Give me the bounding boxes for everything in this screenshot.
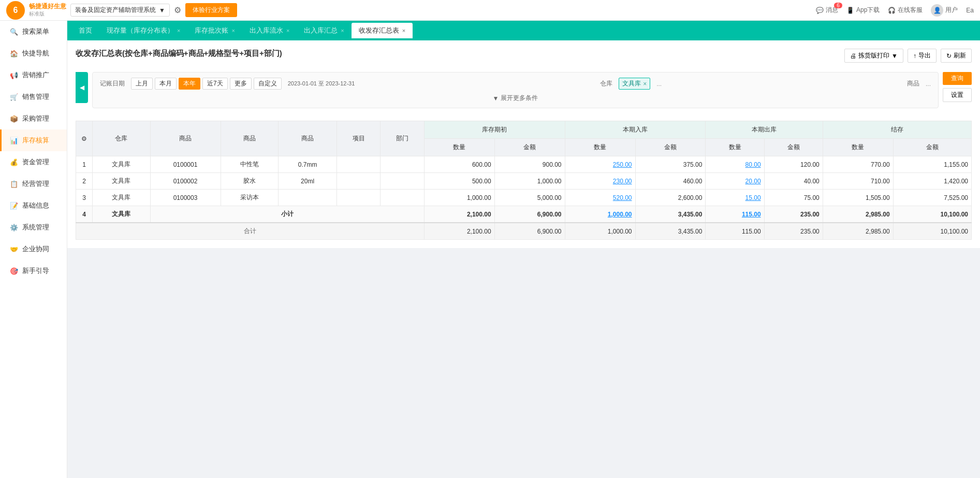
export-button[interactable]: ↑ 导出 [908,49,937,63]
row-out-qty[interactable]: 15.00 [706,190,764,206]
row-out-qty[interactable]: 20.00 [706,173,764,190]
row-in-qty[interactable]: 230.00 [565,173,635,190]
date-btn-this-year[interactable]: 本年 [179,78,200,90]
experience-button[interactable]: 体验行业方案 [185,3,237,17]
tab-batch-accounts[interactable]: 库存批次账 × [187,23,242,38]
app-download-item[interactable]: 📱 App下载 [846,6,880,15]
sidebar-item-system[interactable]: ⚙️ 系统管理 [0,216,67,238]
date-btn-more[interactable]: 更多 [230,78,252,90]
total-label: 合计 [76,223,425,240]
row-project [337,173,381,190]
print-arrow: ▼ [891,52,898,60]
tab-label-inventory-dist: 现存量（库存分布表） [107,26,174,35]
warehouse-filter-label: 仓库 [600,79,612,88]
refresh-button[interactable]: ↻ 刷新 [941,49,972,63]
settings-small-button[interactable]: 设置 [943,88,972,102]
row-department [381,156,424,173]
sidebar-item-collab[interactable]: 🤝 企业协同 [0,238,67,260]
page-inner: 收发存汇总表(按仓库+商品编码+商品+规格型号+项目+部门) 🖨 拣货版打印 ▼… [67,40,980,248]
sidebar-item-operation[interactable]: 📋 经营管理 [0,173,67,195]
tab-close-batch-accounts[interactable]: × [231,28,235,34]
query-button[interactable]: 查询 [943,72,972,85]
date-btn-last-month[interactable]: 上月 [131,78,153,90]
total-opening-amt: 6,900.00 [494,223,565,240]
marketing-icon: 📢 [10,71,18,79]
row-closing-amt: 1,420.00 [893,173,971,190]
row-department [381,190,424,206]
row-in-qty[interactable]: 250.00 [565,156,635,173]
tab-label-home: 首页 [79,26,92,35]
sidebar-item-label-quick-nav: 快捷导航 [22,49,49,58]
filter-bar: 记账日期 上月 本月 本年 近7天 更多 自定义 2023-01-01 至 20… [92,72,939,108]
user-ea-text: Ea [966,7,974,14]
tab-close-inventory-dist[interactable]: × [177,28,180,34]
main-content: 首页现存量（库存分布表） ×库存批次账 ×出入库流水 ×出入库汇总 ×收发存汇总… [67,21,980,478]
sidebar-item-guide[interactable]: 🎯 新手引导 [0,260,67,282]
table-subheader-closing-amt: 金额 [893,139,971,156]
table-row: 3 文具库 0100003 采访本 1,000.00 5,000.00 520.… [76,190,972,206]
system-title[interactable]: 装备及固定资产辅助管理系统 ▼ [70,4,170,17]
sidebar-item-quick-nav[interactable]: 🏠 快捷导航 [0,42,67,64]
row-opening-qty: 600.00 [424,156,494,173]
table-header-in: 本期入库 [565,121,706,139]
table-header-opening: 库存期初 [424,121,565,139]
row-in-amt: 460.00 [635,173,706,190]
warehouse-more[interactable]: ... [656,80,662,88]
warehouse-tag-close[interactable]: × [643,80,647,88]
sidebar-item-marketing[interactable]: 📢 营销推广 [0,64,67,86]
system-icon: ⚙️ [10,224,18,231]
tab-label-in-out-summary: 出入库汇总 [304,26,338,35]
tab-inventory-dist[interactable]: 现存量（库存分布表） × [99,23,187,38]
table-header-settings[interactable]: ⚙ [76,121,93,156]
sidebar-item-inventory[interactable]: 📊 库存核算 [0,129,67,151]
row-opening-qty: 1,000.00 [424,190,494,206]
row-closing-qty: 1,505.00 [823,190,893,206]
message-badge-item[interactable]: 💬 消息 6 [816,6,838,15]
total-closing-qty: 2,985.00 [823,223,893,240]
tab-close-recv-send-summary[interactable]: × [402,28,405,34]
row-in-qty[interactable]: 520.00 [565,190,635,206]
sidebar-item-sales[interactable]: 🛒 销售管理 [0,86,67,108]
row-department [381,173,424,190]
table-row: 1 文具库 0100001 中性笔 0.7mm 600.00 900.00 25… [76,156,972,173]
print-button[interactable]: 🖨 拣货版打印 ▼ [844,49,903,63]
user-item[interactable]: 👤 用户 [931,4,958,17]
app-info: 畅捷通好生意 标准版 [29,3,66,17]
tab-label-in-out-flow: 出入库流水 [250,26,283,35]
total-out-qty: 115.00 [706,223,764,240]
gear-icon[interactable]: ⚙ [174,5,181,15]
sidebar-item-search[interactable]: 🔍 搜索菜单 [0,21,67,42]
date-btn-this-month[interactable]: 本月 [155,78,177,90]
online-service-item[interactable]: 🎧 在线客服 [888,6,923,15]
sidebar-item-basic[interactable]: 📝 基础信息 [0,195,67,216]
date-btn-7days[interactable]: 近7天 [202,78,228,90]
row-project [337,156,381,173]
subtotal-opening-amt: 6,900.00 [494,206,565,223]
sidebar-item-finance[interactable]: 💰 资金管理 [0,151,67,173]
tab-recv-send-summary[interactable]: 收发存汇总表 × [352,23,413,38]
goods-more[interactable]: ... [926,80,931,88]
tab-close-in-out-summary[interactable]: × [341,28,344,34]
header-right: 💬 消息 6 📱 App下载 🎧 在线客服 👤 用户 Ea [816,4,974,17]
tab-in-out-summary[interactable]: 出入库汇总 × [297,23,351,38]
sidebar-item-purchase[interactable]: 📦 采购管理 [0,108,67,129]
subtotal-in-amt: 3,435.00 [635,206,706,223]
date-btn-custom[interactable]: 自定义 [254,78,282,90]
expand-conditions-btn[interactable]: ▼ 展开更多条件 [493,94,538,103]
table-header-department: 部门 [381,121,424,156]
subtotal-out-qty[interactable]: 115.00 [706,206,764,223]
tab-bar: 首页现存量（库存分布表） ×库存批次账 ×出入库流水 ×出入库汇总 ×收发存汇总… [67,21,980,40]
subtotal-in-qty[interactable]: 1,000.00 [565,206,635,223]
row-closing-qty: 710.00 [823,173,893,190]
date-filter-label: 记账日期 [100,79,125,88]
tab-close-in-out-flow[interactable]: × [286,28,289,34]
tab-in-out-flow[interactable]: 出入库流水 × [242,23,297,38]
warehouse-tag[interactable]: 文具库 × [619,78,650,90]
row-out-qty[interactable]: 80.00 [706,156,764,173]
filter-collapse-btn[interactable]: ◀ [76,72,88,103]
top-header: 6 畅捷通好生意 标准版 装备及固定资产辅助管理系统 ▼ ⚙ 体验行业方案 💬 … [0,0,980,21]
table-header-goods-code: 商品 [150,121,221,156]
app-logo: 6 [6,1,25,20]
tab-home[interactable]: 首页 [71,23,99,38]
row-warehouse: 文具库 [93,173,151,190]
